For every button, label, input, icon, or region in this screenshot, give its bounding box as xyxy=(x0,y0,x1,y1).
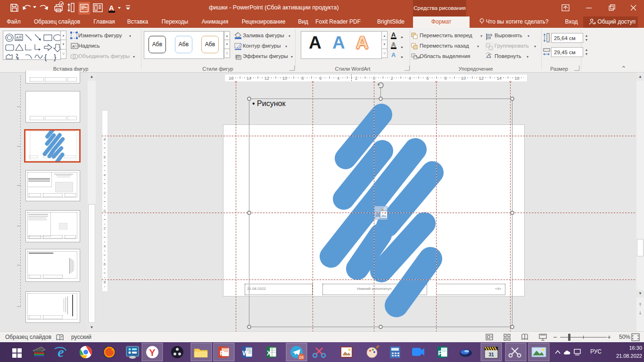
svg-text:A: A xyxy=(391,41,396,48)
svg-text:10: 10 xyxy=(282,76,287,81)
svg-text:4: 4 xyxy=(409,76,411,81)
svg-text:A: A xyxy=(391,51,396,58)
svg-text:P: P xyxy=(220,349,224,357)
svg-text:2: 2 xyxy=(104,191,106,195)
svg-text:2: 2 xyxy=(104,226,106,230)
svg-text:31: 31 xyxy=(488,352,494,357)
svg-text:2: 2 xyxy=(355,76,357,81)
svg-text:12: 12 xyxy=(264,76,269,81)
svg-text:14: 14 xyxy=(247,76,251,81)
svg-text:6: 6 xyxy=(319,76,322,81)
svg-text:W: W xyxy=(242,349,249,357)
svg-text:A: A xyxy=(72,44,75,49)
svg-text:2: 2 xyxy=(391,76,393,81)
svg-text:6: 6 xyxy=(104,262,106,266)
svg-text:A: A xyxy=(109,4,114,12)
svg-text:26: 26 xyxy=(299,355,304,360)
svg-text:{: { xyxy=(44,53,47,61)
svg-text:10: 10 xyxy=(461,76,466,81)
svg-text:A: A xyxy=(391,31,396,38)
svg-text:e: e xyxy=(58,344,64,360)
svg-text:14: 14 xyxy=(497,76,502,81)
svg-text:8: 8 xyxy=(104,137,106,141)
svg-text:X: X xyxy=(267,349,272,357)
svg-text:0: 0 xyxy=(373,76,375,81)
svg-text:16: 16 xyxy=(515,76,520,81)
svg-text:6: 6 xyxy=(427,76,429,81)
svg-text:16: 16 xyxy=(229,76,233,81)
svg-text:A: A xyxy=(16,35,19,40)
svg-text:4: 4 xyxy=(337,76,339,81)
svg-text:}: } xyxy=(54,53,57,61)
svg-text:P: P xyxy=(438,349,442,357)
svg-text:4: 4 xyxy=(104,244,106,248)
svg-text:Y: Y xyxy=(149,347,156,358)
svg-text:8: 8 xyxy=(444,76,446,81)
svg-text:4: 4 xyxy=(104,173,106,177)
svg-text:12: 12 xyxy=(479,76,484,81)
svg-text:8: 8 xyxy=(104,280,106,284)
svg-text:8: 8 xyxy=(301,76,304,81)
svg-text:6: 6 xyxy=(104,155,106,159)
